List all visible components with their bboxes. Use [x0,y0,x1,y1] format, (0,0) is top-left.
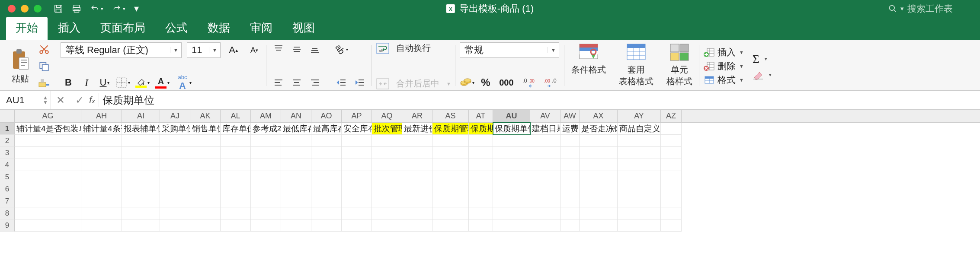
cell-AZ7[interactable] [661,195,682,207]
cell-AT4[interactable] [469,159,493,171]
cell-AH1[interactable]: 辅计量4条码 [81,123,122,135]
cell-AS5[interactable] [432,171,469,183]
enter-formula-button[interactable]: ✓ [70,94,89,106]
cell-AK7[interactable] [190,195,221,207]
cell-AL2[interactable] [221,135,251,147]
close-button[interactable] [8,5,16,13]
cell-AH4[interactable] [81,159,122,171]
cell-AS9[interactable] [432,219,469,232]
format-as-table-button[interactable]: 套用 表格格式 [616,42,656,88]
cell-AJ3[interactable] [160,147,190,159]
cell-AW3[interactable] [560,147,580,159]
cell-AG4[interactable] [15,159,81,171]
cell-AL6[interactable] [221,183,251,195]
cell-AK4[interactable] [190,159,221,171]
cell-AH3[interactable] [81,147,122,159]
cell-AM7[interactable] [251,195,281,207]
cell-AP3[interactable] [342,147,372,159]
cell-AQ4[interactable] [372,159,402,171]
col-header-AJ[interactable]: AJ [160,110,190,122]
cell-AY4[interactable] [618,159,661,171]
cell-AY1[interactable]: 商品自定义项 [618,123,661,135]
cell-AX3[interactable] [580,147,618,159]
cell-AP5[interactable] [342,171,372,183]
wrap-text-button[interactable]: ab 自动换行 [376,42,451,54]
clear-button[interactable]: ▾ [753,70,772,80]
cell-AJ5[interactable] [160,171,190,183]
row-header-4[interactable]: 4 [0,159,15,171]
cell-AG6[interactable] [15,183,81,195]
cell-AU8[interactable] [493,207,530,219]
delete-cells-button[interactable]: 删除▼ [704,60,744,72]
col-header-AR[interactable]: AR [402,110,432,122]
cell-AI2[interactable] [122,135,160,147]
cell-AS8[interactable] [432,207,469,219]
cell-AZ6[interactable] [661,183,682,195]
cell-AL7[interactable] [221,195,251,207]
cell-AL3[interactable] [221,147,251,159]
cell-AT8[interactable] [469,207,493,219]
cell-AH6[interactable] [81,183,122,195]
cell-AX5[interactable] [580,171,618,183]
col-header-AS[interactable]: AS [432,110,469,122]
cell-AR2[interactable] [402,135,432,147]
cell-AJ7[interactable] [160,195,190,207]
tab-插入[interactable]: 插入 [48,17,90,40]
borders-button[interactable]: ▾ [115,76,131,89]
cell-AR4[interactable] [402,159,432,171]
merge-center-button[interactable]: 合并后居中 ▼ [376,78,451,89]
cell-AJ9[interactable] [160,219,190,232]
cell-AJ1[interactable]: 采购单位 [160,123,190,135]
cell-AV5[interactable] [530,171,560,183]
cell-AN8[interactable] [281,207,311,219]
cell-AT9[interactable] [469,219,493,232]
cell-AN1[interactable]: 最低库存 [281,123,311,135]
cell-AH7[interactable] [81,195,122,207]
cell-AU9[interactable] [493,219,530,232]
tab-数据[interactable]: 数据 [198,17,240,40]
cell-AP1[interactable]: 安全库存 [342,123,372,135]
col-header-AZ[interactable]: AZ [661,110,682,122]
cell-AR1[interactable]: 最新进价 [402,123,432,135]
cell-AV1[interactable]: 建档日期 [530,123,560,135]
cell-AZ8[interactable] [661,207,682,219]
col-header-AH[interactable]: AH [81,110,122,122]
cell-AY6[interactable] [618,183,661,195]
cell-AP8[interactable] [342,207,372,219]
cell-AW2[interactable] [560,135,580,147]
cell-AO9[interactable] [311,219,342,232]
cell-AX4[interactable] [580,159,618,171]
sheet-search[interactable]: ▾ [888,3,972,14]
cell-AS3[interactable] [432,147,469,159]
cell-AP7[interactable] [342,195,372,207]
font-name-select[interactable]: 等线 Regular (正文)▼ [61,42,182,58]
cell-AQ9[interactable] [372,219,402,232]
col-header-AP[interactable]: AP [342,110,372,122]
cell-AO1[interactable]: 最高库存 [311,123,342,135]
cell-AY7[interactable] [618,195,661,207]
format-painter-button[interactable] [36,77,52,91]
cell-AT6[interactable] [469,183,493,195]
cell-AN6[interactable] [281,183,311,195]
tab-公式[interactable]: 公式 [156,17,197,40]
minimize-button[interactable] [21,5,29,13]
cell-AM6[interactable] [251,183,281,195]
tab-视图[interactable]: 视图 [283,17,324,40]
cell-AQ7[interactable] [372,195,402,207]
formula-input[interactable]: 保质期单位 [99,93,980,107]
cell-AN2[interactable] [281,135,311,147]
decrease-decimal-button[interactable]: .00.0 [541,76,560,89]
cell-AQ5[interactable] [372,171,402,183]
cell-AI7[interactable] [122,195,160,207]
cell-AM8[interactable] [251,207,281,219]
cell-AH8[interactable] [81,207,122,219]
cell-AI9[interactable] [122,219,160,232]
cell-AM2[interactable] [251,135,281,147]
comma-button[interactable]: 000 [496,76,517,89]
cell-AU7[interactable] [493,195,530,207]
col-header-AG[interactable]: AG [15,110,81,122]
cell-AN3[interactable] [281,147,311,159]
cell-AS4[interactable] [432,159,469,171]
cell-AI6[interactable] [122,183,160,195]
cell-AW8[interactable] [560,207,580,219]
